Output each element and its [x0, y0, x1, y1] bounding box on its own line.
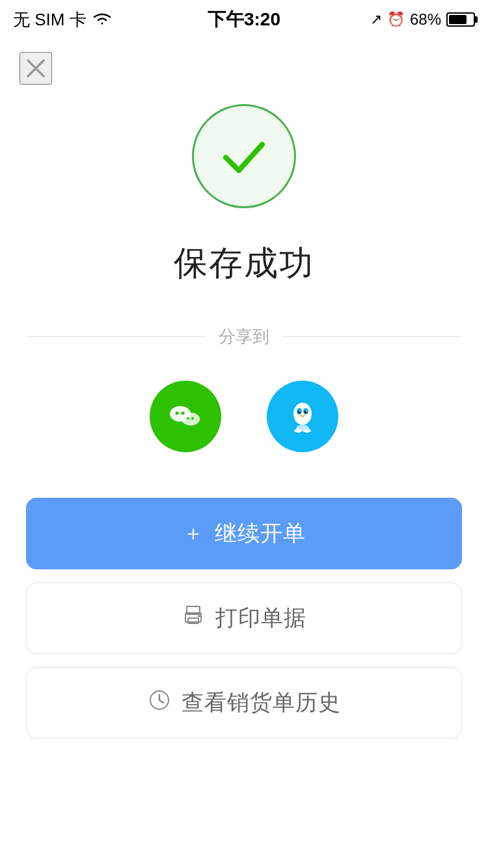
svg-point-21 [198, 615, 200, 617]
battery-fill [449, 15, 467, 24]
svg-point-17 [306, 411, 307, 412]
battery-icon [446, 12, 475, 27]
share-qq-button[interactable] [267, 381, 338, 452]
battery-text: 68% [410, 10, 441, 29]
print-icon [182, 604, 205, 632]
history-label: 查看销货单历史 [182, 688, 341, 718]
svg-point-14 [298, 411, 301, 414]
share-icons [26, 381, 462, 452]
svg-point-15 [305, 411, 308, 414]
clock-icon [148, 688, 171, 712]
share-wechat-button[interactable] [150, 381, 221, 452]
close-icon [24, 57, 47, 80]
status-right: ↗ ⏰ 68% [370, 10, 475, 29]
svg-point-3 [182, 413, 200, 426]
svg-point-7 [191, 417, 194, 420]
continue-icon: ＋ [183, 519, 204, 548]
svg-point-10 [294, 429, 302, 433]
print-label: 打印单据 [215, 603, 306, 633]
svg-point-8 [293, 403, 312, 425]
svg-line-24 [159, 700, 163, 703]
continue-label: 继续开单 [215, 519, 306, 549]
status-bar: 无 SIM 卡 下午3:20 ↗ ⏰ 68% [0, 0, 488, 39]
wifi-icon [92, 12, 113, 27]
checkmark-icon [218, 130, 270, 182]
printer-icon [182, 604, 205, 627]
action-buttons: ＋ 继续开单 打印单据 查看销货单历史 [26, 498, 462, 739]
alarm-icon: ⏰ [387, 11, 405, 28]
close-button[interactable] [20, 52, 52, 85]
print-button[interactable]: 打印单据 [26, 582, 462, 654]
success-circle [192, 104, 296, 208]
wechat-icon [165, 396, 206, 437]
svg-point-5 [182, 412, 185, 415]
status-time: 下午3:20 [208, 7, 280, 32]
svg-point-16 [299, 411, 301, 412]
status-left: 无 SIM 卡 [13, 8, 113, 31]
continue-order-button[interactable]: ＋ 继续开单 [26, 498, 462, 569]
carrier-text: 无 SIM 卡 [13, 8, 87, 31]
main-content: 保存成功 分享到 [0, 39, 488, 739]
history-icon [148, 688, 171, 717]
svg-point-4 [176, 412, 179, 415]
share-section: 分享到 [26, 325, 462, 452]
success-title: 保存成功 [174, 241, 314, 286]
qq-icon [282, 396, 323, 437]
location-icon: ↗ [370, 11, 382, 28]
history-button[interactable]: 查看销货单历史 [26, 667, 462, 739]
share-divider: 分享到 [26, 325, 462, 348]
svg-point-6 [187, 417, 189, 420]
svg-point-11 [303, 429, 311, 433]
share-label: 分享到 [219, 325, 269, 348]
